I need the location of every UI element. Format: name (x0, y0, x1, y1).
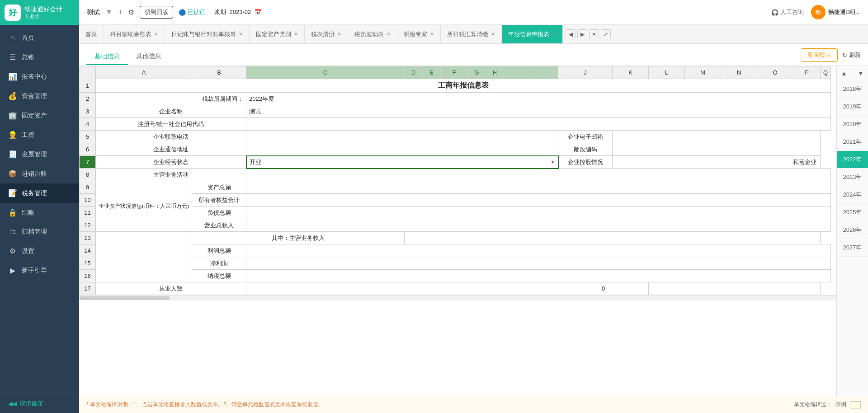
year-item-2024[interactable]: 2024年 (837, 186, 868, 204)
cell-total-assets-value[interactable] (246, 181, 831, 194)
topbar-title: 测试 (86, 8, 100, 17)
sidebar-unpin[interactable]: ◀◀ 取消固定 (0, 394, 79, 413)
cell-status-value[interactable]: 开业 ▼ (246, 156, 558, 169)
cell-phone-value[interactable] (246, 131, 558, 143)
sidebar-item-ledger[interactable]: ☰ 总账 (0, 47, 79, 67)
topbar-dropdown-arrow[interactable]: ▼ (105, 8, 113, 16)
tab-label: 年报信息申报表 (508, 30, 549, 38)
sidebar-item-tax[interactable]: 📝 税务管理 (0, 183, 79, 203)
refresh-button[interactable]: ↻ 刷新 (842, 51, 861, 59)
tab-expand-button[interactable]: ⤢ (601, 29, 611, 39)
cell-tax-total-label: 纳税总额 (192, 270, 246, 282)
tab-annual-report[interactable]: 年报信息申报表 ✕ (502, 25, 563, 43)
cell-liab-value[interactable] (246, 206, 831, 219)
bottom-bar: * 单元格编辑说明：1、点击单元格直接录入数值或文本。2、清空单元格数值或文本恢… (79, 396, 868, 413)
tab-close-icon[interactable]: ✕ (294, 31, 298, 37)
sidebar-item-close[interactable]: 🔒 结账 (0, 203, 79, 222)
tab-close-icon[interactable]: ✕ (337, 31, 341, 37)
year-up-button[interactable]: ▲ (839, 68, 849, 79)
cell-tax-total-value[interactable] (246, 270, 831, 282)
tab-label: 税检专家 (404, 30, 427, 38)
year-item-2019[interactable]: 2019年 (837, 98, 868, 116)
topbar-add-button[interactable]: + (118, 8, 123, 17)
cell-employees-value2[interactable]: 0 (558, 282, 649, 295)
tab-close-icon[interactable]: ✕ (239, 31, 243, 37)
tab-tax-wave[interactable]: 税负波动表 ✕ (348, 25, 397, 43)
sidebar-item-guide[interactable]: ▶ 新手引导 (0, 261, 79, 280)
sidebar-item-home[interactable]: ⌂ 首页 (0, 28, 79, 47)
year-item-2027[interactable]: 2027年 (837, 239, 868, 257)
cell-total-revenue-value[interactable] (246, 219, 831, 232)
subtab-other[interactable]: 其他信息 (128, 49, 170, 65)
year-item-2021[interactable]: 2021年 (837, 133, 868, 151)
tab-income-tax[interactable]: 所得税汇算清缴 ✕ (441, 25, 502, 43)
cell-biz-activity-value[interactable] (246, 169, 831, 181)
cell-email-value[interactable] (613, 131, 821, 143)
sidebar-item-label: 固定资产 (22, 112, 47, 120)
tab-close-icon[interactable]: ✕ (387, 31, 391, 37)
cell-holding-value[interactable]: 私营企业 (613, 156, 821, 169)
tab-next-button[interactable]: ▶ (577, 29, 587, 39)
reset-button[interactable]: 重置报表 (801, 48, 838, 62)
cell-employees-value1[interactable] (246, 282, 558, 295)
tab-fixed-assets[interactable]: 固定资产类别 ✕ (250, 25, 305, 43)
horizontal-scrollbar[interactable] (79, 295, 836, 300)
cell-net-profit-value[interactable] (246, 257, 831, 270)
cell-company-name-value[interactable]: 测试 (246, 105, 831, 118)
example-box (850, 401, 861, 408)
col-header-H: H (486, 66, 504, 79)
user-menu[interactable]: 畅 畅捷通B组... (811, 5, 861, 19)
tab-close-all-button[interactable]: ✕ (589, 29, 599, 39)
year-item-2025[interactable]: 2025年 (837, 204, 868, 221)
year-item-2022[interactable]: 2022年 (837, 151, 868, 169)
switch-version-button[interactable]: 切到旧版 (140, 6, 173, 19)
tab-close-icon[interactable]: ✕ (430, 31, 434, 37)
spreadsheet-table: A B C D E F G H I J K L M (79, 66, 831, 295)
consult-button[interactable]: 🎧 人工咨询 (771, 8, 804, 16)
year-nav-header: ▲ ▼ (837, 66, 868, 80)
subtab-basic[interactable]: 基础信息 (86, 49, 128, 65)
tab-home[interactable]: 首页 (79, 25, 104, 43)
col-header-A: A (96, 66, 192, 79)
sidebar-item-assets[interactable]: 🏢 固定资产 (0, 106, 79, 125)
tab-aux-balance[interactable]: 科目辅助余额表 ✕ (104, 25, 165, 43)
sidebar-item-settings[interactable]: ⚙ 设置 (0, 241, 79, 261)
tab-tax-expert[interactable]: 税检专家 ✕ (397, 25, 441, 43)
tab-close-icon[interactable]: ✕ (552, 31, 556, 37)
topbar-settings-icon[interactable]: ⚙ (128, 8, 134, 17)
cell-postal-value[interactable] (613, 143, 821, 156)
cell-equity-value[interactable] (246, 194, 831, 206)
table-row: 17 从业人数 0 (80, 282, 831, 295)
year-item-2020[interactable]: 2020年 (837, 116, 868, 133)
year-item-2018[interactable]: 2018年 (837, 80, 868, 98)
cell-employees-value3[interactable] (649, 282, 821, 295)
cell-period-value[interactable]: 2022年度 (246, 93, 831, 105)
cell-profit-value[interactable] (246, 244, 831, 257)
cell-reg-no-value[interactable] (246, 118, 831, 131)
year-down-button[interactable]: ▼ (855, 68, 866, 79)
sidebar-header: 好 畅捷通好会计 专业版 (0, 0, 79, 25)
sidebar-item-report[interactable]: 📊 报表中心 (0, 67, 79, 86)
refresh-icon: ↻ (842, 52, 847, 59)
sidebar-item-capital[interactable]: 💰 资金管理 (0, 86, 79, 106)
row-num: 5 (80, 131, 96, 143)
cell-address-value[interactable] (246, 143, 558, 156)
year-item-2023[interactable]: 2023年 (837, 169, 868, 186)
sidebar-item-archive[interactable]: 🗂 归档管理 (0, 222, 79, 241)
sidebar-item-purchase[interactable]: 📦 进销台账 (0, 164, 79, 183)
spreadsheet-main[interactable]: A B C D E F G H I J K L M (79, 66, 836, 396)
assets-icon: 🏢 (8, 111, 17, 120)
sidebar-item-wages[interactable]: 👷 工资 (0, 125, 79, 145)
col-header-rownum (80, 66, 96, 79)
tab-close-icon[interactable]: ✕ (491, 31, 495, 37)
col-header-K: K (613, 66, 649, 79)
cell-title[interactable]: 工商年报信息表 (96, 79, 831, 93)
tab-journal-bank[interactable]: 日记账与银行对账单核对 ✕ (165, 25, 250, 43)
tab-prev-button[interactable]: ◀ (566, 29, 576, 39)
tab-tax-return[interactable]: 税表清册 ✕ (305, 25, 348, 43)
tab-label: 税表清册 (311, 30, 335, 38)
year-item-2026[interactable]: 2026年 (837, 221, 868, 239)
cell-main-revenue-value[interactable] (405, 232, 821, 244)
tab-close-icon[interactable]: ✕ (154, 31, 158, 37)
sidebar-item-invoice[interactable]: 🧾 发票管理 (0, 145, 79, 164)
